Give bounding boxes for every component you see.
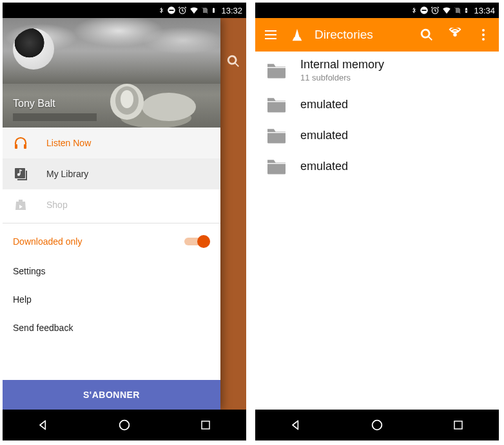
search-button[interactable] — [418, 26, 436, 44]
recents-button[interactable] — [451, 418, 465, 432]
nav-item-my-library[interactable]: My Library — [3, 158, 220, 189]
library-icon — [13, 166, 28, 182]
vlc-logo-icon — [290, 27, 304, 43]
status-time: 13:32 — [221, 6, 242, 15]
dnd-icon — [420, 6, 429, 15]
svg-point-16 — [373, 421, 382, 430]
directory-subtitle: 11 subfolders — [300, 73, 384, 82]
avatar[interactable] — [13, 28, 54, 70]
nav-item-label: Shop — [46, 200, 68, 210]
svg-rect-14 — [422, 10, 427, 11]
android-nav-bar — [255, 410, 499, 440]
nav-drawer: Tony Balt Listen Now My Library — [3, 18, 220, 410]
nav-item-label: Send feedback — [13, 323, 73, 333]
svg-point-11 — [120, 421, 130, 430]
android-nav-bar — [3, 410, 246, 440]
subscribe-button[interactable]: S'ABONNER — [3, 380, 220, 410]
svg-rect-8 — [24, 144, 26, 149]
directory-item[interactable]: emulated — [255, 120, 499, 151]
home-button[interactable] — [117, 418, 131, 432]
nav-item-send-feedback[interactable]: Send feedback — [3, 314, 220, 342]
drawer-list: Listen Now My Library Shop Download — [3, 128, 220, 380]
search-button[interactable] — [226, 54, 240, 71]
svg-point-3 — [142, 93, 196, 121]
cast-icon — [448, 28, 462, 42]
username-bar — [13, 113, 97, 121]
folder-icon — [266, 157, 287, 175]
status-bar: 13:32 — [3, 3, 246, 18]
folder-icon — [266, 126, 287, 144]
app-bar: Directories — [255, 18, 499, 52]
directory-item[interactable]: emulated — [255, 89, 499, 120]
directory-item[interactable]: emulated — [255, 151, 499, 182]
shop-icon — [13, 197, 28, 213]
directory-title: emulated — [300, 129, 348, 142]
svg-point-6 — [121, 90, 133, 108]
hamburger-button[interactable] — [262, 26, 280, 44]
app-body: Tony Balt Listen Now My Library — [3, 18, 246, 410]
folder-icon — [266, 95, 287, 113]
recents-button[interactable] — [199, 418, 213, 432]
overflow-button[interactable] — [474, 26, 492, 44]
no-sim-icon — [454, 6, 461, 15]
alarm-icon — [431, 6, 440, 15]
dnd-icon — [167, 6, 176, 15]
back-button[interactable] — [289, 418, 303, 432]
svg-rect-17 — [454, 421, 462, 429]
home-button[interactable] — [370, 418, 384, 432]
phone-right: 13:34 Directories I — [255, 3, 499, 440]
directory-title: Internal memory — [300, 58, 384, 71]
no-sim-icon — [201, 6, 209, 15]
directory-title: emulated — [300, 98, 348, 111]
svg-point-15 — [453, 33, 457, 37]
nav-item-help[interactable]: Help — [3, 285, 220, 314]
drawer-header: Tony Balt — [3, 18, 220, 128]
nav-item-label: Listen Now — [46, 138, 91, 148]
back-button[interactable] — [36, 418, 50, 432]
folder-icon — [266, 61, 287, 79]
nav-item-label: Help — [13, 294, 32, 305]
status-bar: 13:34 — [255, 3, 499, 18]
downloaded-only-row[interactable]: Downloaded only — [3, 226, 220, 257]
headphones-icon — [13, 135, 28, 151]
nav-item-label: My Library — [46, 169, 88, 179]
status-time: 13:34 — [474, 6, 495, 15]
battery-icon — [211, 6, 217, 15]
wifi-icon — [441, 6, 452, 15]
battery-charging-icon — [463, 6, 469, 15]
downloaded-only-switch[interactable] — [184, 235, 210, 248]
search-icon — [420, 28, 434, 42]
nav-item-label: Settings — [13, 266, 46, 276]
bluetooth-icon — [411, 6, 418, 15]
svg-rect-12 — [202, 421, 209, 429]
wifi-icon — [189, 6, 199, 15]
username: Tony Balt — [13, 98, 55, 109]
appbar-title: Directories — [315, 28, 407, 42]
search-icon — [226, 54, 240, 68]
cast-button[interactable] — [446, 26, 464, 44]
divider — [3, 223, 220, 223]
nav-item-listen-now[interactable]: Listen Now — [3, 128, 220, 158]
lion-image — [92, 70, 201, 128]
directory-item[interactable]: Internal memory 11 subfolders — [255, 52, 499, 89]
app-body: Directories Internal memory 11 subfolder… — [255, 18, 499, 410]
bluetooth-icon — [158, 6, 165, 15]
underlay-toolbar — [220, 18, 246, 410]
svg-rect-1 — [170, 10, 174, 11]
directory-list: Internal memory 11 subfolders emulated e… — [255, 52, 499, 410]
phone-left: 13:32 Tony Balt — [3, 3, 246, 440]
alarm-icon — [178, 6, 187, 15]
nav-item-shop[interactable]: Shop — [3, 189, 220, 220]
nav-item-settings[interactable]: Settings — [3, 257, 220, 285]
subscribe-label: S'ABONNER — [83, 390, 140, 400]
directory-title: emulated — [300, 160, 348, 173]
svg-rect-7 — [15, 144, 17, 149]
toggle-label: Downloaded only — [13, 236, 82, 247]
